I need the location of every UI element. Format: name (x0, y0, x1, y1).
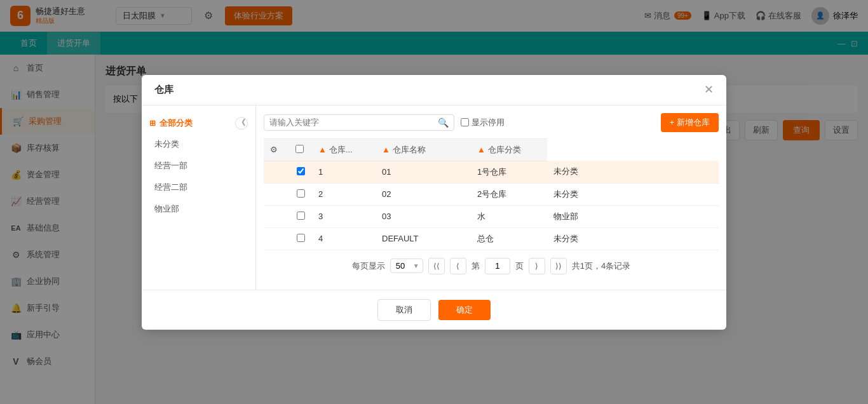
first-page-button[interactable]: ⟨⟨ (428, 258, 445, 274)
table-row[interactable]: 1011号仓库未分类 (264, 161, 719, 183)
show-disabled-checkbox[interactable] (461, 118, 469, 126)
total-info: 共1页，4条记录 (572, 260, 630, 272)
warehouse-toolbar: 🔍 显示停用 + 新增仓库 (264, 113, 719, 132)
pagination: 每页显示 50 10 20 100 ▼ ⟨⟨ ⟨ 第 页 (264, 250, 719, 282)
page-suffix: 页 (515, 260, 524, 272)
select-all-checkbox[interactable] (295, 145, 304, 153)
search-input[interactable] (269, 118, 438, 127)
row-check-4 (289, 227, 312, 250)
category-sidebar: ⊞ 全部分类 《 未分类 经营一部 经营二部 物业部 (142, 105, 256, 290)
row-name-1: 1号仓库 (471, 161, 547, 183)
modal-header: 仓库 ✕ (142, 75, 726, 105)
row-category-1: 未分类 (547, 161, 719, 183)
row-num-4: 4 (312, 227, 376, 250)
sort-icon: ▲ (318, 145, 327, 154)
row-code-1: 01 (376, 161, 471, 183)
row-code-2: 02 (376, 183, 471, 205)
row-num-3: 3 (312, 205, 376, 227)
table-row[interactable]: 2022号仓库未分类 (264, 183, 719, 205)
table-header: ⚙ ▲ 仓库... (264, 138, 719, 161)
th-code: ▲ 仓库... (312, 138, 376, 161)
table-row[interactable]: 4DEFAULT总仓未分类 (264, 227, 719, 250)
row-gear-1 (264, 161, 289, 183)
search-icon: 🔍 (438, 118, 449, 128)
category-item-dept2[interactable]: 经营二部 (142, 177, 255, 198)
row-code-4: DEFAULT (376, 227, 471, 250)
row-code-3: 03 (376, 205, 471, 227)
modal-overlay: 仓库 ✕ ⊞ 全部分类 《 未分类 经营一部 (0, 0, 868, 404)
last-page-button[interactable]: ⟩⟩ (550, 258, 567, 274)
row-name-3: 水 (471, 205, 547, 227)
th-check (289, 138, 312, 161)
row-category-3: 物业部 (547, 205, 719, 227)
row-category-2: 未分类 (547, 183, 719, 205)
row-gear-4 (264, 227, 289, 250)
confirm-button[interactable]: 确定 (438, 300, 491, 320)
row-name-2: 2号仓库 (471, 183, 547, 205)
table-row[interactable]: 303水物业部 (264, 205, 719, 227)
th-name: ▲ 仓库名称 (376, 138, 471, 161)
search-box: 🔍 (264, 114, 454, 131)
next-page-button[interactable]: ⟩ (529, 258, 545, 274)
row-checkbox-4[interactable] (297, 234, 305, 242)
page-label: 第 (471, 260, 480, 272)
row-check-1 (289, 161, 312, 183)
row-check-3 (289, 205, 312, 227)
th-category: ▲ 仓库分类 (471, 138, 547, 161)
per-page-wrapper: 50 10 20 100 ▼ (390, 259, 423, 273)
th-gear: ⚙ (264, 138, 289, 161)
warehouse-table-container: ⚙ ▲ 仓库... (264, 138, 719, 250)
row-gear-3 (264, 205, 289, 227)
table-body: 1011号仓库未分类2022号仓库未分类303水物业部4DEFAULT总仓未分类 (264, 161, 719, 250)
row-num-1: 1 (312, 161, 376, 183)
row-num-2: 2 (312, 183, 376, 205)
per-page-select[interactable]: 50 10 20 100 (390, 259, 423, 273)
warehouse-modal: 仓库 ✕ ⊞ 全部分类 《 未分类 经营一部 (142, 75, 726, 330)
table-header-row: ⚙ ▲ 仓库... (264, 138, 719, 161)
modal-close-button[interactable]: ✕ (704, 84, 714, 95)
sort-icon-cat: ▲ (477, 145, 485, 154)
page-number-input[interactable] (485, 258, 510, 274)
warehouse-table: ⚙ ▲ 仓库... (264, 138, 719, 250)
show-disabled-label[interactable]: 显示停用 (461, 117, 505, 128)
row-gear-2 (264, 183, 289, 205)
row-checkbox-1[interactable] (297, 167, 305, 175)
collapse-button[interactable]: 《 (235, 117, 248, 130)
row-checkbox-3[interactable] (297, 212, 305, 220)
grid-icon: ⊞ (149, 119, 156, 128)
warehouse-area: 🔍 显示停用 + 新增仓库 ⚙ (256, 105, 726, 290)
row-category-4: 未分类 (547, 227, 719, 250)
sort-icon-name: ▲ (382, 145, 390, 154)
modal-title: 仓库 (154, 84, 173, 96)
modal-footer: 取消 确定 (142, 290, 726, 330)
row-name-4: 总仓 (471, 227, 547, 250)
per-page-label: 每页显示 (352, 260, 385, 272)
all-categories-header[interactable]: ⊞ 全部分类 《 (142, 113, 255, 133)
category-item-unclassified[interactable]: 未分类 (142, 133, 255, 155)
cancel-button[interactable]: 取消 (377, 299, 431, 321)
category-item-dept1[interactable]: 经营一部 (142, 155, 255, 177)
modal-body: ⊞ 全部分类 《 未分类 经营一部 经营二部 物业部 (142, 105, 726, 290)
all-categories-label: 全部分类 (159, 118, 193, 129)
category-item-property[interactable]: 物业部 (142, 198, 255, 220)
row-check-2 (289, 183, 312, 205)
prev-page-button[interactable]: ⟨ (450, 258, 466, 274)
gear-icon: ⚙ (270, 145, 278, 154)
row-checkbox-2[interactable] (297, 189, 305, 198)
new-warehouse-button[interactable]: + 新增仓库 (661, 113, 719, 132)
